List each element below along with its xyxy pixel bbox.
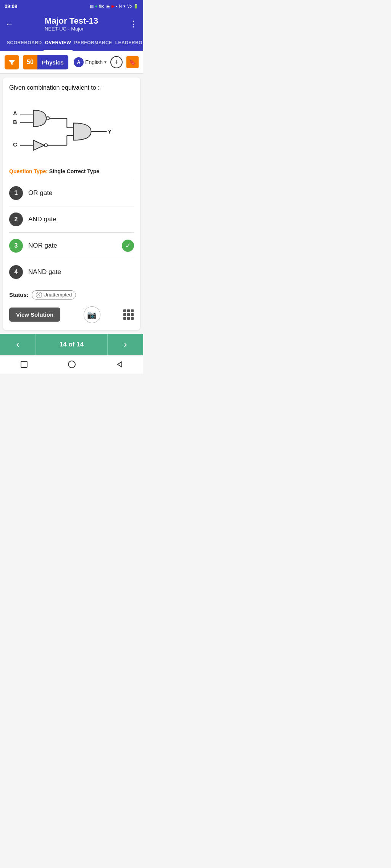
notification-icon: ▤	[90, 4, 94, 9]
recents-icon	[67, 360, 76, 369]
svg-marker-8	[33, 140, 44, 150]
svg-text:Y: Y	[108, 129, 112, 135]
language-label: English	[85, 59, 103, 65]
camera-icon: 📷	[87, 310, 97, 319]
camera-button[interactable]: 📷	[84, 306, 100, 323]
question-number: 50	[23, 55, 37, 69]
navigation-footer: ‹ 14 of 14 ›	[0, 334, 143, 355]
option-row-1[interactable]: 1 OR gate	[9, 180, 134, 206]
next-button[interactable]: ›	[108, 334, 143, 355]
grid-dot	[131, 309, 134, 312]
recents-button[interactable]	[66, 359, 77, 370]
tabs: SCOREBOARD OVERVIEW PERFORMANCE LEADERBO…	[5, 35, 138, 51]
logic-gate-svg: A B C	[9, 97, 134, 159]
svg-point-5	[46, 117, 49, 120]
grid-dot	[123, 313, 126, 316]
view-solution-button[interactable]: View Solution	[9, 308, 60, 322]
subject-name: Physics	[37, 59, 68, 66]
status-row: Status: ✕ Unattempted	[9, 285, 134, 302]
volte-icon: Vo	[127, 4, 132, 8]
status-icons: ▤ ● filo ◉ ▶ • N ▾ Vo 🔋	[90, 4, 139, 9]
option-row-3[interactable]: 3 NOR gate ✓	[9, 233, 134, 259]
option-text-4: NAND gate	[28, 268, 134, 276]
circuit-diagram: A B C	[9, 97, 134, 161]
grid-dot	[131, 313, 134, 316]
filter-icon	[8, 58, 16, 66]
zoom-in-icon: +	[115, 58, 119, 66]
question-type: Question Type: Single Correct Type	[9, 168, 134, 174]
header-title-group: Major Test-13 NEET-UG - Major	[45, 16, 98, 32]
page-subtitle: NEET-UG - Major	[45, 26, 98, 32]
tab-leaderboard[interactable]: LEADERBOARD	[114, 35, 143, 51]
grid-dot	[127, 317, 130, 320]
tab-performance[interactable]: PERFORMANCE	[73, 35, 114, 51]
option-number-1: 1	[9, 186, 23, 200]
option-text-1: OR gate	[28, 189, 134, 197]
svg-text:B: B	[13, 119, 17, 125]
back-button[interactable]: ←	[5, 19, 14, 29]
option-number-3: 3	[9, 239, 23, 253]
filter-left: 50 Physics	[5, 55, 68, 69]
tab-overview[interactable]: OVERVIEW	[44, 35, 73, 51]
status-label: Status:	[9, 291, 29, 298]
grid-button[interactable]	[123, 309, 134, 320]
option-number-4: 4	[9, 265, 23, 279]
option-text-2: AND gate	[28, 216, 134, 223]
more-button[interactable]: ⋮	[129, 19, 138, 29]
zoom-button[interactable]: +	[110, 56, 123, 68]
svg-point-9	[44, 144, 47, 147]
grid-dot	[127, 309, 130, 312]
page-indicator-text: 14 of 14	[60, 341, 84, 348]
next-icon: ›	[124, 338, 127, 350]
youtube-icon: ▶	[111, 4, 115, 9]
bookmark-button[interactable]: 🔖	[126, 56, 139, 68]
lang-icon: A	[74, 57, 84, 67]
grid-dot	[123, 309, 126, 312]
back-sys-icon	[115, 360, 124, 369]
svg-point-18	[68, 361, 75, 368]
tab-scoreboard[interactable]: SCOREBOARD	[5, 35, 44, 51]
option-number-2: 2	[9, 213, 23, 226]
page-title: Major Test-13	[45, 16, 98, 26]
wifi-icon: ▾	[123, 4, 126, 9]
chevron-down-icon: ▾	[104, 60, 107, 65]
system-nav-bar	[0, 355, 143, 374]
filter-right: A English ▾ + 🔖	[74, 56, 139, 68]
header: ← Major Test-13 NEET-UG - Major ⋮ SCOREB…	[0, 12, 143, 51]
unattempted-icon: ✕	[36, 292, 42, 298]
filter-bar: 50 Physics A English ▾ + 🔖	[0, 51, 143, 74]
filter-button[interactable]	[5, 55, 19, 69]
prev-button[interactable]: ‹	[0, 334, 36, 355]
filo-label: filo	[99, 4, 104, 8]
svg-marker-19	[118, 362, 122, 367]
dot-icon: •	[116, 4, 118, 8]
nfc-icon: N	[119, 4, 122, 8]
home-button[interactable]	[19, 359, 29, 370]
status-badge: ✕ Unattempted	[32, 290, 76, 300]
status-badge-text: Unattempted	[44, 292, 72, 298]
svg-text:C: C	[13, 142, 17, 148]
battery-icon: 🔋	[133, 4, 139, 9]
grid-dot	[131, 317, 134, 320]
nav-page-indicator: 14 of 14	[36, 334, 108, 355]
correct-check-icon: ✓	[122, 240, 134, 252]
option-row-2[interactable]: 2 AND gate	[9, 206, 134, 233]
question-type-value: Single Correct Type	[49, 168, 99, 174]
question-type-label: Question Type:	[9, 168, 49, 174]
back-sys-button[interactable]	[114, 359, 125, 370]
signal-icon: ◉	[106, 4, 110, 9]
option-row-4[interactable]: 4 NAND gate	[9, 259, 134, 285]
subject-pill[interactable]: 50 Physics	[23, 55, 68, 69]
whatsapp-icon: ●	[95, 4, 98, 8]
grid-dot	[123, 317, 126, 320]
svg-text:A: A	[13, 110, 17, 116]
home-icon	[19, 360, 29, 369]
grid-dot	[127, 313, 130, 316]
status-time: 09:08	[5, 3, 17, 9]
options-list: 1 OR gate 2 AND gate 3 NOR gate ✓ 4 NAND…	[9, 180, 134, 285]
action-row: View Solution 📷	[9, 302, 134, 323]
question-text: Given combination equivalent to :-	[9, 84, 134, 91]
question-card: Given combination equivalent to :- A B C	[3, 77, 140, 330]
status-bar: 09:08 ▤ ● filo ◉ ▶ • N ▾ Vo 🔋	[0, 0, 143, 12]
language-button[interactable]: A English ▾	[74, 57, 107, 67]
